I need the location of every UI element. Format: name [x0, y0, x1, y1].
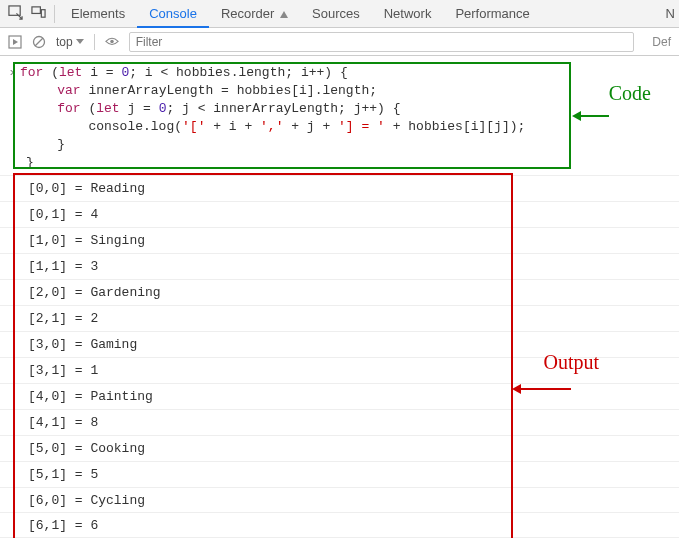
tab-divider — [54, 5, 55, 23]
context-picker[interactable]: top — [56, 35, 84, 49]
annotation-code-label: Code — [609, 82, 651, 105]
tab-elements[interactable]: Elements — [59, 1, 137, 26]
toolbar-divider — [94, 34, 95, 50]
eye-icon[interactable] — [105, 35, 119, 49]
annotation-output-arrow — [512, 384, 571, 394]
svg-rect-2 — [41, 9, 45, 17]
context-label: top — [56, 35, 73, 49]
tab-console[interactable]: Console — [137, 1, 209, 28]
tab-icons-group — [0, 5, 54, 23]
svg-point-6 — [110, 40, 114, 44]
annotation-output-box — [13, 173, 513, 538]
device-icon[interactable] — [31, 5, 46, 23]
annotation-code-box — [13, 62, 571, 169]
console-canvas: ›for (let i = 0; i < hobbies.length; i++… — [0, 56, 679, 538]
tab-network[interactable]: Network — [372, 1, 444, 26]
svg-rect-1 — [32, 6, 40, 13]
clear-icon[interactable] — [32, 35, 46, 49]
tab-sources[interactable]: Sources — [300, 1, 372, 26]
tab-performance[interactable]: Performance — [443, 1, 541, 26]
tab-recorder[interactable]: Recorder — [209, 1, 300, 26]
filter-input[interactable] — [129, 32, 635, 52]
recorder-beta-icon — [280, 11, 288, 18]
settings-label: Def — [644, 35, 671, 49]
chevron-down-icon — [76, 39, 84, 44]
svg-line-5 — [35, 38, 43, 46]
play-icon[interactable] — [8, 35, 22, 49]
devtools-tabs: ElementsConsoleRecorder SourcesNetworkPe… — [0, 0, 679, 28]
console-toolbar: top Def — [0, 28, 679, 56]
inspect-icon[interactable] — [8, 5, 23, 23]
annotation-output-label: Output — [543, 351, 599, 374]
svg-rect-0 — [9, 5, 20, 14]
annotation-code-arrow — [572, 111, 609, 121]
tab-more: N — [666, 6, 679, 21]
tab-row: ElementsConsoleRecorder SourcesNetworkPe… — [59, 1, 542, 27]
